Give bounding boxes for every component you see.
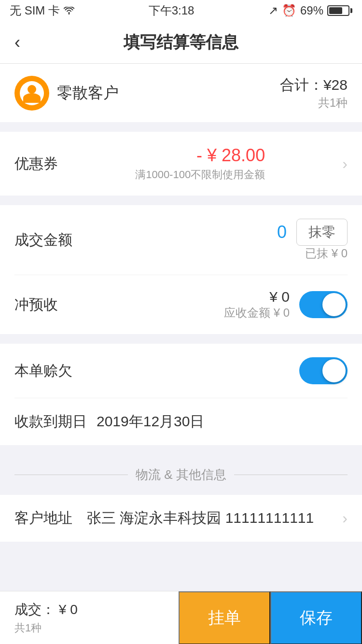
prepayment-row: 冲预收 ¥ 0 应收金额 ¥ 0	[0, 275, 362, 334]
address-row[interactable]: 客户地址 张三 海淀永丰科技园 11111111111 ›	[0, 495, 362, 542]
prepayment-label: 冲预收	[14, 295, 92, 315]
carrier-text: 无 SIM 卡	[10, 3, 60, 18]
bottom-summary-row: 成交： ¥ 0	[14, 601, 164, 619]
bottom-summary-count: 共1种	[14, 621, 164, 635]
coupon-chevron-icon: ›	[342, 155, 348, 173]
customer-section: 零散客户 合计：¥28 共1种	[0, 64, 362, 122]
debit-toggle-circle	[322, 359, 346, 382]
bottom-summary-amount: ¥ 0	[59, 602, 78, 617]
battery-percent: 69%	[300, 4, 323, 17]
address-chevron-icon: ›	[342, 509, 348, 527]
coupon-row[interactable]: 优惠券 - ¥ 28.00 满1000-100不限制使用金额 ›	[0, 132, 362, 196]
coupon-label: 优惠券	[14, 154, 58, 174]
logistics-label: 物流 & 其他信息	[136, 466, 226, 483]
status-bar: 无 SIM 卡 下午3:18 ↗ ⏰ 69%	[0, 0, 362, 21]
due-date-value: 2019年12月30日	[97, 412, 204, 432]
customer-summary: 合计：¥28 共1种	[280, 75, 348, 111]
due-date-row: 收款到期日 2019年12月30日	[0, 398, 362, 445]
debit-toggle[interactable]	[299, 357, 348, 384]
address-label: 客户地址	[14, 508, 72, 528]
alarm-icon: ⏰	[282, 4, 296, 17]
transaction-section: 成交金额 0 抹零 已抹 ¥ 0 冲预收 ¥ 0 应收金额 ¥ 0	[0, 205, 362, 334]
prepayment-receivable: 应收金额 ¥ 0	[224, 305, 290, 321]
status-time: 下午3:18	[149, 3, 195, 18]
customer-total: 合计：¥28	[280, 75, 348, 95]
nav-bar: ‹ 填写结算等信息	[0, 21, 362, 64]
prepayment-toggle[interactable]	[299, 291, 348, 318]
coupon-description: 满1000-100不限制使用金额	[135, 168, 265, 182]
toggle-circle	[322, 293, 346, 316]
customer-info: 零散客户	[14, 76, 119, 111]
bottom-bar: 成交： ¥ 0 共1种 挂单 保存	[0, 591, 362, 644]
deducted-text: 已抹 ¥ 0	[258, 246, 348, 261]
avatar-icon	[20, 81, 44, 105]
content-area: 零散客户 合计：¥28 共1种 优惠券 - ¥ 28.00 满1000-100不…	[0, 64, 362, 609]
bottom-summary-label: 成交：	[14, 602, 55, 617]
debit-section: 本单赊欠 收款到期日 2019年12月30日	[0, 344, 362, 445]
prepayment-amount: ¥ 0	[224, 289, 290, 305]
transaction-right: 0 抹零 已抹 ¥ 0	[92, 219, 348, 261]
save-button[interactable]: 保存	[270, 591, 362, 644]
customer-name: 零散客户	[57, 83, 119, 104]
logistics-line-left	[14, 475, 128, 475]
debit-row: 本单赊欠	[0, 344, 362, 398]
bottom-summary: 成交： ¥ 0 共1种	[0, 601, 179, 635]
coupon-right-info: - ¥ 28.00 满1000-100不限制使用金额	[135, 145, 265, 182]
logistics-divider: 物流 & 其他信息	[14, 466, 348, 483]
address-value: 张三 海淀永丰科技园 11111111111	[72, 508, 342, 528]
hang-order-button[interactable]: 挂单	[179, 591, 270, 644]
due-date-label: 收款到期日	[14, 412, 87, 432]
battery-indicator	[327, 5, 352, 16]
logistics-line-right	[234, 475, 348, 475]
transaction-amount-row: 成交金额 0 抹零 已抹 ¥ 0	[0, 205, 362, 275]
debit-label: 本单赊欠	[14, 361, 92, 381]
status-left: 无 SIM 卡	[10, 3, 74, 18]
customer-avatar	[14, 76, 49, 111]
location-icon: ↗	[268, 4, 278, 17]
customer-row: 零散客户 合计：¥28 共1种	[0, 64, 362, 122]
address-section[interactable]: 客户地址 张三 海淀永丰科技园 11111111111 ›	[0, 495, 362, 542]
round-zero-button[interactable]: 抹零	[296, 219, 348, 246]
back-button[interactable]: ‹	[14, 32, 20, 53]
page-title: 填写结算等信息	[124, 31, 238, 54]
coupon-amount: - ¥ 28.00	[135, 145, 265, 166]
status-right: ↗ ⏰ 69%	[268, 4, 352, 17]
customer-count: 共1种	[280, 95, 348, 111]
logistics-section: 物流 & 其他信息	[0, 455, 362, 495]
wifi-icon	[64, 7, 74, 14]
transaction-value[interactable]: 0	[258, 222, 287, 242]
coupon-section[interactable]: 优惠券 - ¥ 28.00 满1000-100不限制使用金额 ›	[0, 132, 362, 196]
transaction-label: 成交金额	[14, 230, 92, 250]
